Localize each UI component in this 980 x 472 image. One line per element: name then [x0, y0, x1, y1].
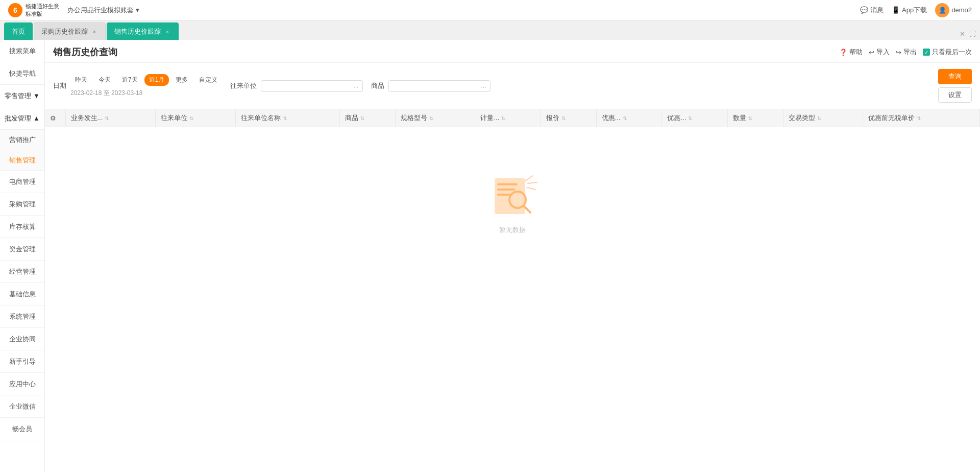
sort-icon: ⇅: [561, 115, 566, 121]
sidebar-item-enterprise[interactable]: 企业协同: [0, 328, 44, 350]
help-icon: ❓: [839, 49, 847, 56]
goods-input-wrap[interactable]: ...: [388, 80, 491, 92]
sort-icon: ⇅: [501, 115, 505, 121]
empty-illustration: [482, 168, 543, 219]
table-container: ⚙ 业务发生... ⇅ 往来单位 ⇅: [45, 109, 980, 472]
partner-filter-group: 往来单位 ...: [230, 80, 363, 92]
sidebar: 搜索菜单 快捷导航 零售管理 ▼ 批发管理 ▲ 营销推广 销售管理 电商管理 采…: [0, 40, 45, 472]
settings-button[interactable]: 设置: [938, 87, 972, 103]
export-button[interactable]: ↪ 导出: [896, 48, 917, 57]
th-pretax-price[interactable]: 优惠前无税单价 ⇅: [863, 109, 980, 127]
chevron-up-icon: ▲: [33, 114, 40, 122]
app-selector[interactable]: 办公用品行业模拟账套 ▾: [63, 4, 143, 17]
sidebar-item-sales-mgmt[interactable]: 销售管理: [0, 150, 44, 171]
partner-label: 往来单位: [230, 81, 257, 90]
filter-right: 查询 设置: [938, 69, 972, 103]
sidebar-item-inventory[interactable]: 库存核算: [0, 216, 44, 238]
filter-bar: 日期 昨天 今天 近7天 近1月 更多 自定义 2023-02-18 至 202…: [45, 63, 980, 109]
tab-close-purchase[interactable]: ×: [91, 28, 98, 35]
sidebar-item-retail[interactable]: 零售管理 ▼: [0, 85, 44, 107]
tab-sales-history[interactable]: 销售历史价跟踪 ×: [107, 22, 179, 40]
import-button[interactable]: ↩ 导入: [869, 48, 890, 57]
tab-bar: 首页 采购历史价跟踪 × 销售历史价跟踪 × ✕ ⛶: [0, 20, 980, 40]
th-unit[interactable]: 计量... ⇅: [475, 109, 541, 127]
message-icon: 💬: [860, 6, 868, 14]
sort-icon: ⇅: [283, 115, 287, 121]
sidebar-item-purchase[interactable]: 采购管理: [0, 193, 44, 216]
message-action[interactable]: 💬 消息: [860, 6, 884, 15]
sort-icon: ⇅: [688, 115, 692, 121]
goods-label: 商品: [371, 81, 384, 90]
goods-input[interactable]: [393, 82, 481, 90]
date-range-display: 2023-02-18 至 2023-03-18: [70, 89, 222, 98]
sidebar-item-basic-info[interactable]: 基础信息: [0, 283, 44, 305]
header-left: 6 畅捷通好生意 标准版 办公用品行业模拟账套 ▾: [8, 3, 143, 17]
empty-state: 暂无数据: [45, 127, 980, 275]
sidebar-item-finance[interactable]: 资金管理: [0, 238, 44, 261]
page-title: 销售历史价查询: [53, 46, 117, 58]
page-header: 销售历史价查询 ❓ 帮助 ↩ 导入 ↪ 导出 ✓ 只看最后一次: [45, 40, 980, 63]
download-icon: 📱: [892, 6, 900, 14]
empty-text: 暂无数据: [499, 225, 526, 234]
th-qty[interactable]: 数量 ⇅: [728, 109, 783, 127]
content-area: 销售历史价查询 ❓ 帮助 ↩ 导入 ↪ 导出 ✓ 只看最后一次: [45, 40, 980, 472]
date-btn-yesterday[interactable]: 昨天: [70, 74, 92, 86]
th-trade-type[interactable]: 交易类型 ⇅: [783, 109, 863, 127]
tab-window-max[interactable]: ⛶: [969, 30, 976, 38]
checkbox-checked-icon: ✓: [923, 49, 930, 56]
sidebar-item-wholesale[interactable]: 批发管理 ▲: [0, 107, 44, 130]
main-layout: 搜索菜单 快捷导航 零售管理 ▼ 批发管理 ▲ 营销推广 销售管理 电商管理 采…: [0, 40, 980, 472]
chevron-down-icon: ▾: [136, 6, 139, 14]
date-btn-more[interactable]: 更多: [171, 74, 192, 86]
goods-dots-icon[interactable]: ...: [481, 82, 486, 89]
user-profile[interactable]: 👤 demo2: [935, 3, 972, 17]
th-discount2[interactable]: 优惠... ⇅: [662, 109, 728, 127]
date-btn-last7[interactable]: 近7天: [117, 74, 142, 86]
date-btn-1month[interactable]: 近1月: [144, 74, 169, 86]
th-partner-name[interactable]: 往来单位名称 ⇅: [235, 109, 340, 127]
tab-purchase-history[interactable]: 采购历史价跟踪 ×: [34, 22, 106, 40]
th-biz-date[interactable]: 业务发生... ⇅: [65, 109, 156, 127]
sidebar-item-app-center[interactable]: 应用中心: [0, 373, 44, 395]
goods-filter-group: 商品 ...: [371, 80, 491, 92]
sort-icon: ⇅: [429, 115, 433, 121]
sidebar-item-member[interactable]: 畅会员: [0, 418, 44, 440]
tab-home[interactable]: 首页: [4, 22, 33, 40]
sidebar-item-search[interactable]: 搜索菜单: [0, 40, 44, 62]
header-right: 💬 消息 📱 App下载 👤 demo2: [860, 3, 972, 17]
sidebar-item-wechat[interactable]: 企业微信: [0, 395, 44, 418]
date-label: 日期: [53, 81, 66, 90]
sidebar-item-operation[interactable]: 经营管理: [0, 261, 44, 283]
th-quote[interactable]: 报价 ⇅: [541, 109, 597, 127]
data-table: ⚙ 业务发生... ⇅ 往来单位 ⇅: [45, 109, 980, 127]
page-header-actions: ❓ 帮助 ↩ 导入 ↪ 导出 ✓ 只看最后一次: [839, 48, 972, 57]
partner-input[interactable]: [265, 82, 353, 90]
date-btn-custom[interactable]: 自定义: [194, 74, 222, 86]
only-last-checkbox[interactable]: ✓ 只看最后一次: [923, 48, 972, 57]
sidebar-item-quick-nav[interactable]: 快捷导航: [0, 62, 44, 85]
th-discount1[interactable]: 优惠... ⇅: [596, 109, 662, 127]
table-header-row: ⚙ 业务发生... ⇅ 往来单位 ⇅: [45, 109, 980, 127]
sidebar-item-ecommerce[interactable]: 电商管理: [0, 171, 44, 193]
partner-dots-icon[interactable]: ...: [353, 82, 358, 89]
th-goods[interactable]: 商品 ⇅: [340, 109, 396, 127]
tab-window-close[interactable]: ✕: [960, 30, 965, 38]
app-download-action[interactable]: 📱 App下载: [892, 6, 927, 15]
date-buttons: 昨天 今天 近7天 近1月 更多 自定义: [70, 74, 222, 86]
logo-icon: 6: [8, 3, 22, 17]
date-btn-today[interactable]: 今天: [94, 74, 115, 86]
th-spec[interactable]: 规格型号 ⇅: [395, 109, 475, 127]
svg-line-6: [525, 176, 533, 181]
query-button[interactable]: 查询: [938, 69, 972, 84]
sidebar-item-marketing[interactable]: 营销推广: [0, 130, 44, 150]
help-button[interactable]: ❓ 帮助: [839, 48, 863, 57]
sidebar-item-system[interactable]: 系统管理: [0, 305, 44, 328]
partner-input-wrap[interactable]: ...: [261, 80, 363, 92]
export-icon: ↪: [896, 49, 901, 56]
th-settings[interactable]: ⚙: [45, 109, 65, 127]
chevron-down-icon: ▼: [33, 92, 40, 100]
svg-rect-2: [497, 188, 515, 191]
tab-close-sales[interactable]: ×: [164, 28, 171, 35]
sidebar-item-guide[interactable]: 新手引导: [0, 350, 44, 373]
th-partner-code[interactable]: 往来单位 ⇅: [156, 109, 236, 127]
